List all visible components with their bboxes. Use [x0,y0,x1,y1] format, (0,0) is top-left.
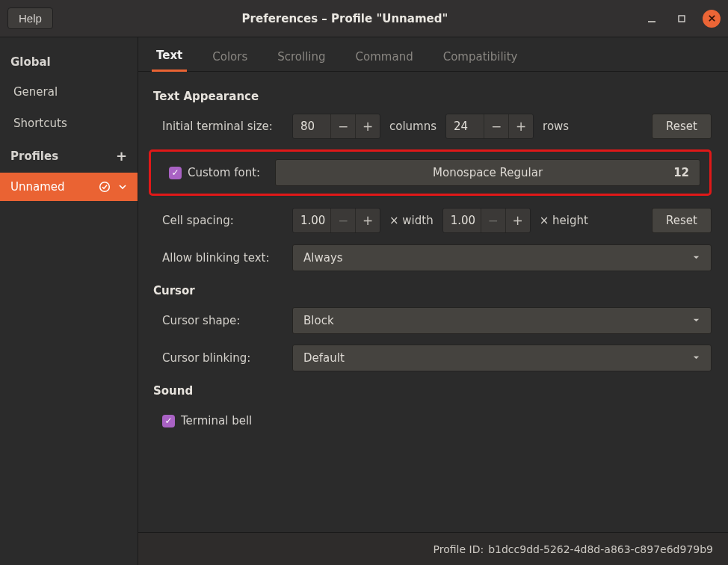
rows-value[interactable]: 24 [446,120,484,133]
cell-spacing-label: Cell spacing: [153,214,292,227]
custom-font-size: 12 [673,166,689,179]
rows-decrement[interactable]: − [484,120,508,133]
row-allow-blinking: Allow blinking text: Always [153,244,712,272]
cursor-blinking-label: Cursor blinking: [153,351,292,365]
sidebar-section-profiles: Profiles + [0,139,138,173]
rows-spinner[interactable]: 24 − + [445,114,534,139]
footer-bar: Profile ID: b1dcc9dd-5262-4d8d-a863-c897… [138,532,728,565]
text-tab-panel: Text Appearance Initial terminal size: 8… [138,72,728,532]
cursor-blinking-value: Default [303,351,345,365]
tab-bar: Text Colors Scrolling Command Compatibil… [138,37,728,72]
cell-height-value[interactable]: 1.00 [443,214,481,227]
window-title: Preferences – Profile "Unnamed" [59,12,631,25]
cell-width-unit: × width [389,214,434,227]
check-circle-icon [99,181,111,193]
columns-value[interactable]: 80 [293,120,330,133]
main-panel: Text Colors Scrolling Command Compatibil… [138,37,728,565]
section-sound: Sound [153,384,712,398]
add-profile-button[interactable]: + [116,148,127,164]
tab-text[interactable]: Text [152,41,187,72]
profile-id-label: Profile ID: [434,543,484,555]
cursor-blinking-select[interactable]: Default [292,345,712,371]
tab-compatibility[interactable]: Compatibility [439,43,522,71]
section-cursor: Cursor [153,284,712,297]
chevron-down-icon [692,314,700,327]
columns-increment[interactable]: + [356,120,380,133]
rows-unit: rows [543,120,569,133]
custom-font-checkbox[interactable] [169,167,182,179]
window-close-button[interactable] [703,10,721,28]
sidebar-item-general[interactable]: General [0,76,138,108]
tab-command[interactable]: Command [351,43,418,71]
custom-font-label: Custom font: [188,166,260,179]
sidebar-profile-unnamed[interactable]: Unnamed [0,173,138,201]
row-cursor-blinking: Cursor blinking: Default [153,344,712,372]
row-cell-spacing: Cell spacing: 1.00 − + × width 1.00 − + … [153,206,712,235]
sidebar: Global General Shortcuts Profiles + Unna… [0,37,138,565]
profile-id-value: b1dcc9dd-5262-4d8d-a863-c897e6d979b9 [488,543,713,555]
columns-spinner[interactable]: 80 − + [292,114,380,139]
initial-size-reset-button[interactable]: Reset [652,114,712,139]
cell-height-increment[interactable]: + [506,214,530,227]
row-initial-size: Initial terminal size: 80 − + columns 24… [153,112,712,141]
cell-width-value[interactable]: 1.00 [293,214,330,227]
cell-spacing-reset-button[interactable]: Reset [652,208,712,233]
row-terminal-bell: Terminal bell [153,407,712,435]
cell-width-increment[interactable]: + [356,214,380,227]
tab-scrolling[interactable]: Scrolling [273,43,330,71]
help-menu-button[interactable]: Help [7,7,53,29]
cell-width-decrement[interactable]: − [331,214,355,227]
cell-height-spinner[interactable]: 1.00 − + [442,208,531,233]
initial-size-label: Initial terminal size: [153,120,292,133]
window-minimize-button[interactable] [643,10,661,28]
cursor-shape-value: Block [303,314,334,327]
custom-font-button[interactable]: Monospace Regular 12 [275,159,700,186]
window-maximize-button[interactable] [673,10,691,28]
sidebar-section-global: Global [0,48,138,76]
allow-blinking-label: Allow blinking text: [153,251,292,265]
svg-rect-1 [679,16,685,22]
terminal-bell-checkbox[interactable] [162,415,175,427]
rows-increment[interactable]: + [509,120,533,133]
terminal-bell-label: Terminal bell [181,414,252,427]
titlebar: Help Preferences – Profile "Unnamed" [0,0,728,37]
section-text-appearance: Text Appearance [153,90,712,103]
allow-blinking-select[interactable]: Always [292,244,712,271]
cursor-shape-select[interactable]: Block [292,307,712,334]
sidebar-profiles-label: Profiles [10,149,58,163]
row-custom-font: Custom font: Monospace Regular 12 [149,149,712,196]
columns-decrement[interactable]: − [331,120,355,133]
sidebar-item-shortcuts[interactable]: Shortcuts [0,108,138,139]
chevron-down-icon [692,251,700,265]
cell-height-unit: × height [540,214,588,227]
chevron-down-icon [118,182,127,191]
cell-width-spinner[interactable]: 1.00 − + [292,208,380,233]
allow-blinking-value: Always [303,251,343,265]
maximize-icon [676,13,688,25]
cursor-shape-label: Cursor shape: [153,314,292,327]
sidebar-profile-label: Unnamed [10,180,65,194]
custom-font-name: Monospace Regular [433,166,543,179]
columns-unit: columns [389,120,437,133]
tab-colors[interactable]: Colors [208,43,252,71]
chevron-down-icon [692,351,700,365]
row-cursor-shape: Cursor shape: Block [153,306,712,335]
close-icon [708,14,716,22]
minimize-icon [646,13,658,25]
cell-height-decrement[interactable]: − [481,214,505,227]
